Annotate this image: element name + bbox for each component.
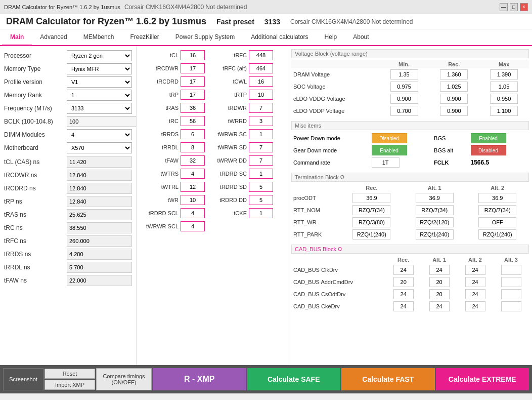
maximize-button[interactable]: □ (510, 3, 518, 11)
cad-clkdrv-alt2[interactable] (465, 265, 485, 275)
tab-main[interactable]: Main (2, 29, 32, 46)
soc-voltage-rec[interactable] (440, 82, 468, 92)
timing-trdwr-input[interactable] (249, 103, 273, 113)
tab-additional[interactable]: Additional calculators (243, 29, 316, 46)
procodt-alt1[interactable] (416, 193, 454, 203)
soc-voltage-max[interactable] (490, 82, 518, 92)
timing-twr-input[interactable] (181, 195, 205, 205)
cad-ckedrv-alt2[interactable] (465, 301, 485, 311)
timing-twrwr-dd-input[interactable] (249, 155, 273, 166)
minimize-button[interactable]: — (500, 3, 508, 11)
compare-timings-button[interactable]: Compare timings(ON/OFF) (96, 368, 152, 390)
rtt-wr-rec[interactable] (352, 217, 390, 227)
calculate-extreme-button[interactable]: Calculate EXTREME (436, 368, 529, 390)
cldo-vddp-max[interactable] (490, 106, 518, 116)
procodt-rec[interactable] (352, 193, 390, 203)
power-down-mode-btn[interactable]: Disabled (372, 133, 407, 143)
calculate-fast-button[interactable]: Calculate FAST (341, 368, 435, 390)
cad-csodtdrv-alt2[interactable] (465, 289, 485, 299)
rtt-wr-alt2[interactable] (478, 217, 516, 227)
frequency-select[interactable]: 3133 (67, 103, 132, 114)
cad-csodtdrv-alt3[interactable] (501, 289, 521, 299)
timing-trrdl-input[interactable] (181, 142, 205, 152)
gear-down-mode-btn[interactable]: Enabled (372, 145, 407, 155)
rtt-park-alt2[interactable] (478, 229, 516, 239)
rtt-nom-alt1[interactable] (416, 205, 454, 215)
timing-trdrd-dd-input[interactable] (249, 195, 273, 205)
cad-clkdrv-alt1[interactable] (429, 265, 450, 275)
processor-select[interactable]: Ryzen 2 gen (67, 50, 132, 61)
cad-csodtdrv-alt1[interactable] (429, 289, 450, 299)
timing-trcdwr-input[interactable] (181, 63, 205, 73)
cad-addrcmddrv-alt3[interactable] (501, 277, 521, 287)
rtt-park-alt1[interactable] (416, 229, 454, 239)
cldo-vddg-rec[interactable] (440, 94, 468, 104)
motherboard-select[interactable]: X570 (67, 142, 132, 153)
rxmp-button[interactable]: R - XMP (153, 368, 246, 390)
timing-twrwr-sd-input[interactable] (249, 142, 273, 152)
timing-trc-input[interactable] (181, 116, 205, 126)
rtt-nom-alt2[interactable] (478, 205, 516, 215)
timing-trtp-input[interactable] (249, 90, 273, 100)
timing-trdrd-sc-input[interactable] (249, 169, 273, 179)
cldo-vddp-rec[interactable] (440, 106, 468, 116)
timing-twtrs-input[interactable] (181, 169, 205, 179)
timing-trdrd-scl-input[interactable] (181, 208, 205, 218)
timing-trcdrd-input[interactable] (181, 76, 205, 87)
timing-trfc-alt-input[interactable] (249, 63, 273, 73)
timing-twtrl-input[interactable] (181, 182, 205, 192)
rtt-nom-rec[interactable] (352, 205, 390, 215)
close-button[interactable]: × (520, 3, 528, 11)
tab-membench[interactable]: MEMbench (75, 29, 122, 46)
timing-tras-input[interactable] (181, 103, 205, 113)
window-controls[interactable]: — □ × (500, 3, 528, 11)
cad-ckedrv-alt3[interactable] (501, 301, 521, 311)
tab-advanced[interactable]: Advanced (32, 29, 75, 46)
cldo-vddg-max[interactable] (490, 94, 518, 104)
dram-voltage-min[interactable] (390, 69, 418, 79)
command-rate-input[interactable] (372, 157, 400, 168)
import-xmp-button[interactable]: Import XMP (45, 380, 95, 390)
cad-clkdrv-rec[interactable] (393, 265, 414, 275)
tab-about[interactable]: About (345, 29, 377, 46)
timing-twrwr-scl-input[interactable] (181, 221, 205, 231)
tab-help[interactable]: Help (317, 29, 345, 46)
bgs-alt-btn[interactable]: Disabled (471, 145, 506, 155)
cad-addrcmddrv-rec[interactable] (393, 277, 414, 287)
bclk-input[interactable] (67, 116, 137, 127)
timing-twrwr-sc-input[interactable] (249, 129, 273, 139)
dram-voltage-rec[interactable] (440, 69, 468, 79)
timing-tcke-input[interactable] (249, 208, 273, 218)
rtt-wr-alt1[interactable] (416, 217, 454, 227)
timing-tcwl-input[interactable] (249, 76, 273, 87)
profile-version-select[interactable]: V1 (67, 76, 132, 88)
timing-trdrd-sd-input[interactable] (249, 182, 273, 192)
timing-trp-input[interactable] (181, 90, 205, 100)
dimm-modules-select[interactable]: 4 (67, 129, 132, 140)
cad-csodtdrv-rec[interactable] (393, 289, 414, 299)
cad-ckedrv-alt1[interactable] (429, 301, 450, 311)
timing-tfaw-input[interactable] (181, 155, 205, 166)
screenshot-button[interactable]: Screenshot (3, 368, 43, 390)
dram-voltage-max[interactable] (490, 69, 518, 79)
timing-trfc-input[interactable] (249, 50, 273, 60)
cad-addrcmddrv-alt2[interactable] (465, 277, 485, 287)
cldo-vddg-min[interactable] (390, 94, 418, 104)
timing-tcl-input[interactable] (181, 50, 205, 60)
tab-power-supply[interactable]: Power Supply System (167, 29, 243, 46)
cad-ckedrv-rec[interactable] (393, 301, 414, 311)
cad-clkdrv-alt3[interactable] (501, 265, 521, 275)
cldo-vddp-min[interactable] (390, 106, 418, 116)
memory-type-select[interactable]: Hynix MFR (67, 63, 132, 74)
procodt-alt2[interactable] (478, 193, 516, 203)
calculate-safe-button[interactable]: Calculate SAFE (247, 368, 341, 390)
cad-addrcmddrv-alt1[interactable] (429, 277, 450, 287)
tab-freezkiller[interactable]: FreezKiller (122, 29, 167, 46)
timing-trrds-input[interactable] (181, 129, 205, 139)
soc-voltage-min[interactable] (390, 82, 418, 92)
rtt-park-rec[interactable] (352, 229, 390, 239)
bgs-btn[interactable]: Enabled (471, 133, 506, 143)
memory-rank-select[interactable]: 1 (67, 90, 132, 101)
reset-button[interactable]: Reset (45, 369, 95, 379)
timing-twrrd-input[interactable] (249, 116, 273, 126)
